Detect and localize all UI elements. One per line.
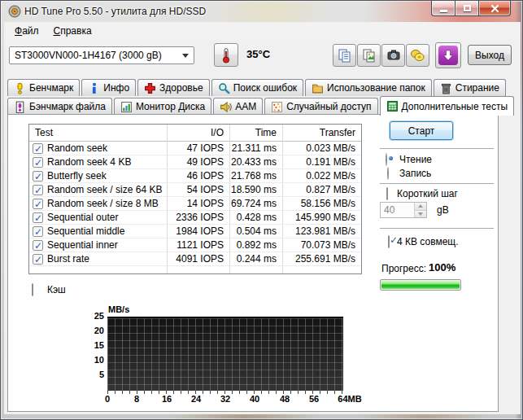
info-icon [88, 82, 100, 94]
file-benchmark-icon [14, 101, 26, 113]
tab-random-access[interactable]: Случайный доступ [264, 98, 377, 115]
toolbar: ST3000VN000-1H4167 (3000 gB) 35°C [4, 40, 521, 77]
test-name: Random seek 4 KB [47, 155, 131, 168]
row-checkbox[interactable] [33, 143, 43, 154]
tab-strip-row1: Бенчмарк Инфо Здоровье Поиск ошибок [7, 78, 506, 96]
chevron-down-icon [182, 54, 189, 58]
tab-folder-usage[interactable]: Использование папок [305, 79, 432, 96]
time-value: 20.433 ms [230, 155, 283, 168]
test-name: Butterfly seek [47, 169, 107, 182]
transfer-value: 70.073 MB/s [283, 238, 361, 252]
tab-benchmark[interactable]: Бенчмарк [7, 79, 80, 96]
transfer-value: 58.156 MB/s [283, 197, 361, 210]
x-tick: 16 [152, 394, 181, 404]
cache-label: Кэш [47, 284, 66, 295]
cache-checkbox[interactable] [32, 283, 33, 296]
y-tick: 15 [80, 340, 104, 350]
time-value: 21.311 ms [230, 142, 283, 155]
io-value: 2336 IOPS [168, 211, 230, 224]
read-radio[interactable] [386, 153, 387, 166]
k4-align-checkbox[interactable] [388, 235, 390, 248]
time-value: 0.892 ms [230, 238, 283, 252]
test-name: Burst rate [47, 252, 89, 265]
disk-monitor-icon [120, 101, 133, 113]
save-button[interactable] [406, 44, 429, 67]
io-value: 1121 IOPS [168, 238, 230, 252]
tab-file-benchmark[interactable]: Бэнчмарк файла [7, 98, 112, 115]
row-checkbox[interactable] [33, 212, 43, 223]
separator [380, 228, 494, 229]
update-download-button[interactable] [435, 42, 461, 68]
tab-label: Монитор Диска [136, 101, 205, 112]
drive-select[interactable]: ST3000VN000-1H4167 (3000 gB) [9, 46, 194, 64]
window-title: HD Tune Pro 5.50 - утилита для HD/SSD [24, 6, 206, 17]
read-label: Чтение [399, 154, 432, 165]
screenshot-button[interactable] [381, 44, 405, 67]
speaker-icon [220, 101, 232, 113]
error-scan-icon [218, 82, 230, 94]
size-input [381, 203, 414, 217]
tab-health[interactable]: Здоровье [137, 79, 210, 96]
x-tick: 64MB [332, 394, 368, 404]
table-row: Sequential middle 1984 IOPS 0.504 ms 123… [29, 225, 361, 238]
io-value: 4091 IOPS [168, 252, 230, 265]
io-value: 1984 IOPS [168, 225, 230, 238]
y-tick: 20 [80, 326, 104, 335]
column-time: Time [230, 125, 283, 142]
row-checkbox[interactable] [33, 157, 43, 168]
short-stride-label: Короткий шаг [397, 188, 458, 199]
k4-align-label: 4 КВ совмещ. [397, 236, 459, 247]
time-value: 0.428 ms [230, 211, 283, 224]
exit-button[interactable]: Выход [468, 45, 512, 65]
tab-aam[interactable]: AAM [213, 98, 263, 115]
drive-select-value: ST3000VN000-1H4167 (3000 gB) [15, 50, 162, 61]
size-stepper [380, 202, 427, 218]
progress-bar [380, 279, 461, 291]
time-value: 69.724 ms [230, 197, 283, 210]
benchmark-icon [14, 82, 26, 94]
tab-extra-tests-active[interactable]: Дополнительные тесты [380, 96, 514, 116]
row-checkbox[interactable] [33, 254, 43, 265]
titlebar[interactable]: HD Tune Pro 5.50 - утилита для HD/SSD [1, 1, 522, 22]
y-tick: 25 [80, 311, 104, 321]
row-checkbox[interactable] [33, 226, 43, 237]
short-stride-checkbox[interactable] [386, 187, 388, 200]
thermometer-icon [220, 47, 233, 63]
table-row: Random seek / size 8 MB 14 IOPS 69.724 m… [29, 197, 361, 211]
start-button[interactable]: Старт [390, 121, 453, 140]
erase-icon [440, 82, 452, 94]
close-button[interactable] [478, 1, 511, 16]
progress-bar-fill [381, 281, 460, 289]
camera-icon [386, 48, 401, 63]
write-radio[interactable] [387, 167, 389, 180]
tab-disk-monitor[interactable]: Монитор Диска [114, 98, 211, 115]
x-tick: 48 [270, 394, 299, 404]
tab-label: Здоровье [159, 82, 203, 94]
row-checkbox[interactable] [33, 199, 43, 209]
io-value: 14 IOPS [168, 197, 230, 210]
test-name: Random seek / size 64 KB [47, 183, 162, 196]
random-access-icon [271, 101, 283, 113]
copy-image-button[interactable] [357, 44, 381, 67]
temperature-button[interactable] [214, 43, 238, 67]
tab-label: Поиск ошибок [233, 82, 297, 94]
tab-label: Бэнчмарк файла [29, 101, 106, 112]
table-empty-row [29, 266, 361, 273]
transfer-value: 145.990 MB/s [283, 211, 361, 224]
minimize-button[interactable] [431, 1, 455, 16]
test-name: Sequential outer [47, 211, 118, 224]
table-row: Sequential outer 2336 IOPS 0.428 ms 145.… [29, 211, 361, 225]
menu-file[interactable]: Файл [7, 24, 46, 38]
copy-text-button[interactable] [333, 44, 356, 67]
maximize-button[interactable] [455, 1, 478, 16]
row-checkbox[interactable] [33, 185, 43, 195]
menu-help[interactable]: Справка [46, 24, 99, 38]
io-value: 49 IOPS [168, 155, 230, 168]
tab-error-scan[interactable]: Поиск ошибок [211, 79, 303, 96]
row-checkbox[interactable] [33, 240, 43, 251]
progress-value: 100% [429, 261, 455, 273]
tab-info[interactable]: Инфо [81, 79, 136, 96]
minimize-icon [440, 10, 447, 12]
tab-erase[interactable]: Стирание [434, 79, 506, 96]
row-checkbox[interactable] [33, 171, 43, 182]
